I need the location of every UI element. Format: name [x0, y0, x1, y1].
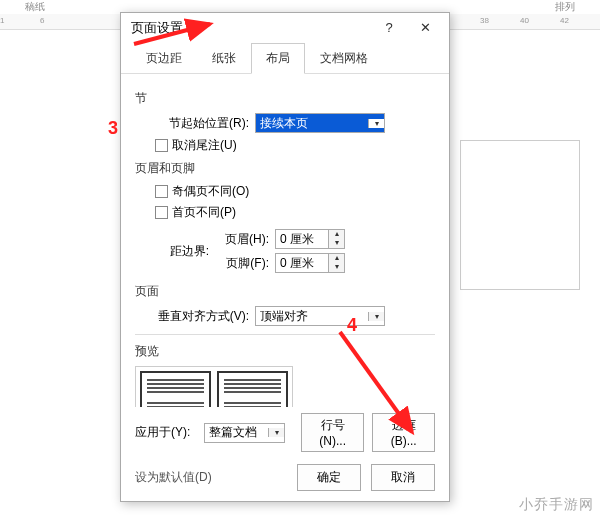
page-setup-dialog: 页面设置 ? ✕ 页边距 纸张 布局 文档网格 节 节起始位置(R): 接续本页… [120, 12, 450, 502]
watermark: 小乔手游网 [519, 496, 594, 514]
applyto-label: 应用于(Y): [135, 424, 196, 441]
tab-layout[interactable]: 布局 [251, 43, 305, 74]
dialog-titlebar: 页面设置 ? ✕ [121, 13, 449, 43]
close-button[interactable]: ✕ [407, 15, 443, 41]
chevron-down-icon: ▾ [368, 312, 384, 321]
applyto-select[interactable]: 整篇文档 ▾ [204, 423, 285, 443]
diff-oddeven-checkbox[interactable]: 奇偶页不同(O) [155, 183, 435, 200]
help-button[interactable]: ? [371, 15, 407, 41]
cancel-endnotes-checkbox[interactable]: 取消尾注(U) [155, 137, 435, 154]
valign-value: 顶端对齐 [256, 308, 368, 325]
margin-group-label: 距边界: [155, 243, 215, 260]
tab-bar: 页边距 纸张 布局 文档网格 [121, 43, 449, 74]
tab-grid[interactable]: 文档网格 [305, 43, 383, 73]
valign-select[interactable]: 顶端对齐 ▾ [255, 306, 385, 326]
border-button[interactable]: 边框(B)... [372, 413, 435, 452]
preview-page [217, 371, 288, 407]
header-label: 页眉(H): [215, 231, 275, 248]
ok-button[interactable]: 确定 [297, 464, 361, 491]
tab-margin[interactable]: 页边距 [131, 43, 197, 73]
header-value: 0 厘米 [276, 231, 328, 248]
preview-panel [135, 366, 293, 407]
cancel-button[interactable]: 取消 [371, 464, 435, 491]
footer-value: 0 厘米 [276, 255, 328, 272]
footer-spinner[interactable]: 0 厘米 ▴▾ [275, 253, 345, 273]
tab-paper[interactable]: 纸张 [197, 43, 251, 73]
section-heading-preview: 预览 [135, 343, 435, 360]
header-spinner[interactable]: 0 厘米 ▴▾ [275, 229, 345, 249]
section-heading-page: 页面 [135, 283, 435, 300]
section-start-label: 节起始位置(R): [155, 115, 255, 132]
section-start-value: 接续本页 [256, 115, 368, 132]
ribbon-label-right: 排列 [530, 0, 600, 14]
background-page-outline [460, 140, 580, 290]
checkbox-icon [155, 185, 168, 198]
applyto-value: 整篇文档 [205, 424, 268, 441]
diff-first-checkbox[interactable]: 首页不同(P) [155, 204, 435, 221]
chevron-down-icon: ▾ [368, 119, 384, 128]
diff-first-label: 首页不同(P) [172, 204, 236, 221]
cancel-endnotes-label: 取消尾注(U) [172, 137, 237, 154]
separator [135, 334, 435, 335]
checkbox-icon [155, 139, 168, 152]
section-start-select[interactable]: 接续本页 ▾ [255, 113, 385, 133]
lineno-button[interactable]: 行号(N)... [301, 413, 364, 452]
dialog-footer: 设为默认值(D) 确定 取消 [121, 458, 449, 501]
preview-page [140, 371, 211, 407]
section-heading-section: 节 [135, 90, 435, 107]
apply-row: 应用于(Y): 整篇文档 ▾ 行号(N)... 边框(B)... [121, 407, 449, 458]
diff-oddeven-label: 奇偶页不同(O) [172, 183, 249, 200]
ribbon-label-left: 稿纸 [0, 0, 70, 14]
section-heading-headerfooter: 页眉和页脚 [135, 160, 435, 177]
footer-label: 页脚(F): [215, 255, 275, 272]
chevron-down-icon: ▾ [268, 428, 284, 437]
set-default-link[interactable]: 设为默认值(D) [135, 469, 287, 486]
valign-label: 垂直对齐方式(V): [155, 308, 255, 325]
spinner-buttons-icon: ▴▾ [328, 230, 344, 248]
dialog-title: 页面设置 [131, 19, 371, 37]
spinner-buttons-icon: ▴▾ [328, 254, 344, 272]
checkbox-icon [155, 206, 168, 219]
dialog-content: 节 节起始位置(R): 接续本页 ▾ 取消尾注(U) 页眉和页脚 奇偶页不同(O… [121, 74, 449, 407]
